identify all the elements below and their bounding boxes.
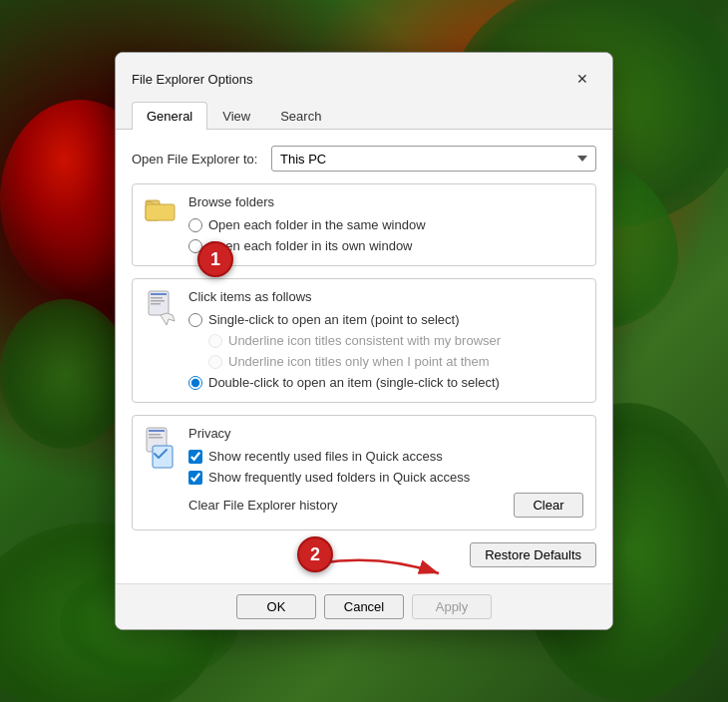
browse-opt2-row: Open each folder in its own window: [188, 238, 583, 253]
svg-rect-3: [151, 293, 167, 295]
click-radio-options: Click items as follows Single-click to o…: [188, 289, 583, 390]
browse-folders-label: Browse folders: [188, 194, 583, 209]
underline-browser-radio: [208, 334, 222, 348]
tab-general[interactable]: General: [132, 102, 207, 130]
double-click-label: Double-click to open an item (single-cli…: [208, 375, 500, 390]
svg-rect-1: [146, 204, 175, 220]
tab-view[interactable]: View: [207, 102, 265, 130]
svg-rect-10: [149, 437, 163, 439]
privacy-footer: Clear File Explorer history Clear: [188, 493, 583, 518]
click-icon: [145, 289, 177, 329]
underline-point-row: Underline icon titles only when I point …: [188, 354, 583, 369]
underline-point-label: Underline icon titles only when I point …: [228, 354, 490, 369]
underline-point-radio: [208, 355, 222, 369]
file-explorer-options-dialog: File Explorer Options ✕ General View Sea…: [115, 52, 613, 630]
browse-opt1-radio[interactable]: [188, 218, 202, 232]
dialog-body: Open File Explorer to: This PC Quick acc…: [116, 130, 612, 583]
single-click-row: Single-click to open an item (point to s…: [188, 312, 583, 327]
svg-rect-8: [149, 430, 165, 432]
apply-button[interactable]: Apply: [412, 594, 492, 619]
ok-button[interactable]: OK: [236, 594, 316, 619]
svg-rect-5: [151, 300, 165, 302]
dialog-titlebar: File Explorer Options ✕: [116, 53, 612, 93]
svg-rect-11: [153, 446, 173, 468]
browse-radio-options: Browse folders Open each folder in the s…: [188, 194, 583, 253]
folder-icon: [145, 194, 177, 222]
dialog-overlay: File Explorer Options ✕ General View Sea…: [0, 0, 728, 702]
frequent-folders-checkbox[interactable]: [188, 471, 202, 485]
open-explorer-label: Open File Explorer to:: [132, 152, 261, 167]
single-click-radio[interactable]: [188, 313, 202, 327]
recent-files-checkbox[interactable]: [188, 450, 202, 464]
svg-rect-6: [151, 303, 161, 305]
privacy-content: Privacy Show recently used files in Quic…: [145, 426, 583, 518]
browse-opt2-label: Open each folder in its own window: [208, 238, 413, 253]
recent-files-row: Show recently used files in Quick access: [188, 449, 583, 464]
click-items-label: Click items as follows: [188, 289, 583, 304]
dialog-footer: OK Cancel Apply: [116, 583, 612, 629]
tab-search[interactable]: Search: [265, 102, 336, 130]
click-items-group: Click items as follows Single-click to o…: [132, 278, 596, 403]
double-click-radio[interactable]: [188, 376, 202, 390]
privacy-check-options: Privacy Show recently used files in Quic…: [188, 426, 583, 518]
svg-rect-4: [151, 297, 163, 299]
close-button[interactable]: ✕: [568, 65, 596, 93]
click-items-content: Click items as follows Single-click to o…: [145, 289, 583, 390]
svg-rect-9: [149, 434, 161, 436]
underline-browser-row: Underline icon titles consistent with my…: [188, 333, 583, 348]
frequent-folders-row: Show frequently used folders in Quick ac…: [188, 470, 583, 485]
clear-button[interactable]: Clear: [514, 493, 583, 518]
underline-browser-label: Underline icon titles consistent with my…: [228, 333, 501, 348]
browse-opt1-row: Open each folder in the same window: [188, 217, 583, 232]
single-click-label: Single-click to open an item (point to s…: [208, 312, 459, 327]
browse-opt1-label: Open each folder in the same window: [208, 217, 426, 232]
tabs-area: General View Search: [116, 93, 612, 130]
cancel-button[interactable]: Cancel: [324, 594, 404, 619]
privacy-icon: [145, 426, 177, 470]
open-explorer-select[interactable]: This PC Quick access: [271, 146, 596, 172]
clear-history-label: Clear File Explorer history: [188, 498, 338, 513]
restore-defaults-row: Restore Defaults: [132, 542, 596, 567]
recent-files-label: Show recently used files in Quick access: [208, 449, 443, 464]
privacy-group: Privacy Show recently used files in Quic…: [132, 415, 596, 530]
step-badge-2: 2: [297, 536, 333, 572]
dialog-title: File Explorer Options: [132, 72, 252, 87]
frequent-folders-label: Show frequently used folders in Quick ac…: [208, 470, 470, 485]
privacy-label: Privacy: [188, 426, 583, 441]
restore-defaults-button[interactable]: Restore Defaults: [470, 542, 596, 567]
open-explorer-row: Open File Explorer to: This PC Quick acc…: [132, 146, 596, 172]
double-click-row: Double-click to open an item (single-cli…: [188, 375, 583, 390]
step-badge-1: 1: [197, 241, 233, 277]
